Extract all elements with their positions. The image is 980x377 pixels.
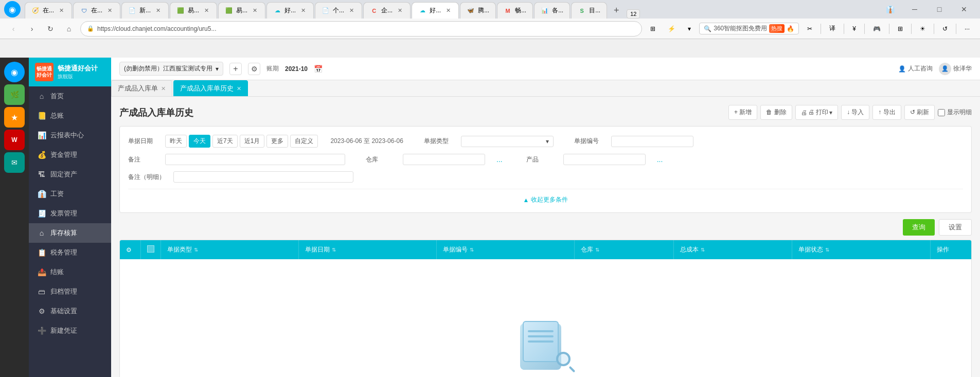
tab-nav5[interactable]: 🟩 易... ✕ [218,2,265,19]
grid-button[interactable]: ⊞ [894,23,907,34]
today-btn[interactable]: 今天 [189,135,210,148]
import-button[interactable]: ↓ 导入 [841,105,869,120]
close-window-button[interactable]: ✕ [952,0,976,19]
refresh-button[interactable]: ↻ [43,22,58,36]
show-details-label[interactable]: 显示明细 [938,108,972,117]
doc-type-select[interactable]: ▾ [461,136,554,147]
export-button[interactable]: ↑ 导出 [872,105,901,120]
sun-button[interactable]: ☀ [916,23,930,34]
tab-nav11[interactable]: M 畅... [497,2,533,19]
forward-button[interactable]: › [25,22,39,36]
sidebar-item-checkout[interactable]: 📤 结账 [29,262,111,282]
query-button[interactable]: 查询 [903,219,935,236]
refresh-button-main[interactable]: ↺ 刷新 [904,105,935,120]
url-bar[interactable]: 🔒 https://cloud.chanjet.com/accounting/u… [80,21,642,37]
tab-nav12[interactable]: 📊 各... [534,2,570,19]
tab-nav6[interactable]: ☁ 好... ✕ [266,2,314,19]
minimize-button[interactable]: ─ [903,0,926,19]
tab-nav10[interactable]: 🦋 腾... [460,2,496,19]
yesterday-btn[interactable]: 昨天 [165,135,187,148]
sidebar-item-home[interactable]: ⌂ 首页 [29,86,111,106]
add-button[interactable]: + 新增 [728,105,757,120]
check-col-header[interactable] [140,240,161,259]
new-tab-button[interactable]: + [608,2,625,19]
tab-nav5-close[interactable]: ✕ [251,7,259,15]
tab-nav4[interactable]: 🟩 易... ✕ [170,2,217,19]
sidebar-item-fund[interactable]: 💰 资金管理 [29,145,111,165]
sidebar-item-new-entry[interactable]: ➕ 新建凭证 [29,321,111,340]
logo-app-icon[interactable]: ◉ [4,62,25,82]
app-star-icon[interactable]: ★ [4,107,25,128]
sidebar-item-invoice[interactable]: 🧾 发票管理 [29,204,111,223]
sidebar-item-salary[interactable]: 👔 工资 [29,184,111,204]
delete-button[interactable]: 🗑 删除 [760,105,792,120]
scissors-button[interactable]: ✂ [803,23,816,34]
tab-nav7[interactable]: 📄 个... ✕ [315,2,362,19]
tab-nav3[interactable]: 📄 新... ✕ [121,2,169,19]
tab-nav8-close[interactable]: ✕ [396,7,404,15]
last7-btn[interactable]: 近7天 [212,135,238,148]
doc-status-col-header[interactable]: 单据状态 ⇅ [792,240,930,259]
shirt-icon[interactable]: 👔 [878,0,902,19]
notes-detail-input[interactable] [173,171,353,183]
more-browser-button[interactable]: ··· [960,23,974,34]
dropdown-button[interactable]: ▾ [684,23,695,34]
product-picker-icon[interactable]: ... [654,154,666,165]
tab-nav13[interactable]: S 目... [571,2,607,19]
translate-button[interactable]: 译 [825,22,840,35]
tab-nav1[interactable]: 🧭 在... ✕ [25,2,72,19]
service-button[interactable]: 👤 人工咨询 [898,64,933,73]
tab-count-badge[interactable]: 12 [627,9,640,19]
sidebar-item-settings[interactable]: ⚙ 基础设置 [29,301,111,321]
tab-nav3-close[interactable]: ✕ [154,7,162,15]
lightning-button[interactable]: ⚡ [664,23,680,34]
sidebar-item-archive[interactable]: 🗃 归档管理 [29,282,111,301]
product-input[interactable] [563,154,646,165]
tab-nav2-close[interactable]: ✕ [105,7,114,15]
maximize-button[interactable]: □ [928,0,951,19]
game-button[interactable]: 🎮 [869,23,885,34]
topbar-settings-button[interactable]: ⚙ [248,63,260,75]
user-avatar[interactable]: 👤 徐泽华 [939,63,972,75]
add-company-button[interactable]: + [229,63,242,75]
tab-nav4-close[interactable]: ✕ [202,7,210,15]
total-cost-col-header[interactable]: 总成本 ⇅ [673,240,792,259]
app-weibo-icon[interactable]: W [4,130,25,150]
warehouse-picker-icon[interactable]: ... [493,154,506,165]
print-button[interactable]: 🖨 🖨 打印 ▾ [795,105,838,120]
home-button[interactable]: ⌂ [62,22,76,36]
tab-nav7-close[interactable]: ✕ [347,7,355,15]
doc-no-input[interactable] [611,136,693,147]
collapse-button[interactable]: ▲ 收起更多条件 [523,195,568,204]
app-mail-icon[interactable]: ✉ [4,152,25,173]
page-tab-list-close[interactable]: ✕ [161,85,166,92]
show-details-checkbox[interactable] [938,109,945,116]
warehouse-input[interactable] [403,154,485,165]
gear-col-header[interactable]: ⚙ [120,240,140,259]
tab-nav8[interactable]: C 企... ✕ [363,2,411,19]
back-button[interactable]: ‹ [6,22,21,36]
select-all-checkbox[interactable] [147,245,154,253]
sidebar-item-cloud-report[interactable]: 📊 云报表中心 [29,125,111,145]
doc-type-col-header[interactable]: 单据类型 ⇅ [161,240,298,259]
tab-nav6-close[interactable]: ✕ [299,7,307,15]
doc-no-col-header[interactable]: 单据编号 ⇅ [437,240,575,259]
search-bar[interactable]: 🔍 360智能抠图免费用 热搜 🔥 [699,23,799,34]
notes-input[interactable] [165,154,345,165]
page-tab-list[interactable]: 产成品入库单 ✕ [111,80,172,96]
sidebar-item-inventory[interactable]: ⌂ 库存核算 [29,223,111,243]
tab-nav9[interactable]: ☁ 好... ✕ [412,2,459,19]
company-selector[interactable]: (勿删勿禁用）江西服宝测试专用 ▾ [119,62,223,76]
undo-button[interactable]: ↺ [938,23,952,34]
settings-button[interactable]: 设置 [939,219,972,236]
tab-nav9-close[interactable]: ✕ [444,7,452,15]
app-main-icon[interactable]: 🌿 [4,84,25,105]
doc-date-col-header[interactable]: 单据日期 ⇅ [298,240,436,259]
page-tab-history-close[interactable]: ✕ [237,85,241,92]
currency-button[interactable]: ¥ [848,23,860,34]
warehouse-col-header[interactable]: 仓库 ⇅ [575,240,674,259]
sidebar-item-tax[interactable]: 📋 税务管理 [29,243,111,262]
tab-nav2[interactable]: 🛡 在... ✕ [73,2,120,19]
sidebar-item-fixed-assets[interactable]: 🏗 固定资产 [29,165,111,184]
calendar-icon[interactable]: 📅 [314,65,323,73]
